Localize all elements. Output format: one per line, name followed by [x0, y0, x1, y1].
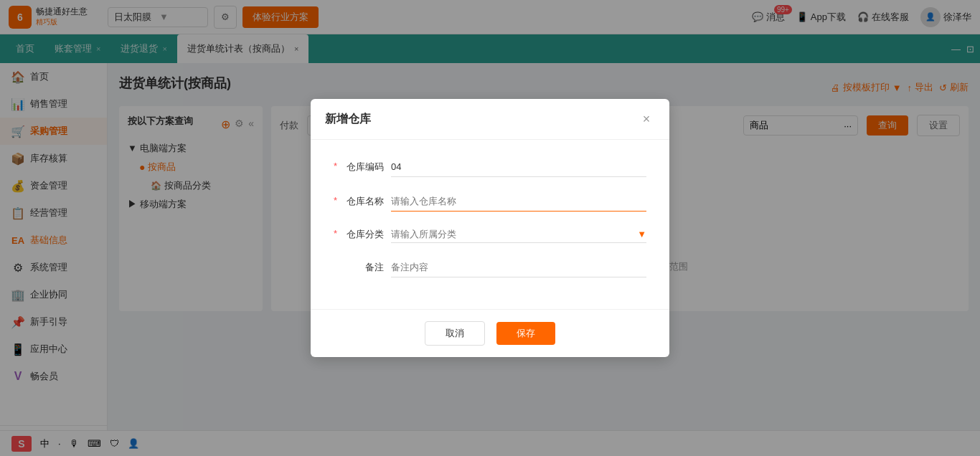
- form-row-category: 仓库分类 ▼: [334, 226, 646, 243]
- dialog-footer: 取消 保存: [311, 309, 669, 357]
- remark-label: 备注: [334, 261, 391, 274]
- cancel-button[interactable]: 取消: [425, 321, 485, 346]
- code-label: 仓库编码: [334, 161, 391, 174]
- dialog-header: 新增仓库 ×: [311, 99, 669, 140]
- dialog-body: 仓库编码 仓库名称 仓库分类 ▼ 备注: [311, 140, 669, 309]
- remark-input[interactable]: [391, 257, 646, 277]
- dialog-title: 新增仓库: [325, 112, 371, 127]
- dialog-close-button[interactable]: ×: [638, 110, 655, 128]
- add-warehouse-dialog: 新增仓库 × 仓库编码 仓库名称 仓库分类 ▼: [311, 99, 669, 357]
- name-input[interactable]: [391, 191, 646, 212]
- category-select-wrapper[interactable]: ▼: [391, 226, 646, 243]
- category-input[interactable]: [391, 229, 637, 239]
- form-row-code: 仓库编码: [334, 157, 646, 177]
- form-row-name: 仓库名称: [334, 191, 646, 212]
- modal-overlay[interactable]: 新增仓库 × 仓库编码 仓库名称 仓库分类 ▼: [0, 0, 980, 456]
- category-label: 仓库分类: [334, 228, 391, 241]
- name-label: 仓库名称: [334, 195, 391, 208]
- save-button[interactable]: 保存: [496, 322, 555, 345]
- form-row-remark: 备注: [334, 257, 646, 277]
- category-dropdown-arrow: ▼: [637, 229, 646, 239]
- code-input[interactable]: [391, 157, 646, 177]
